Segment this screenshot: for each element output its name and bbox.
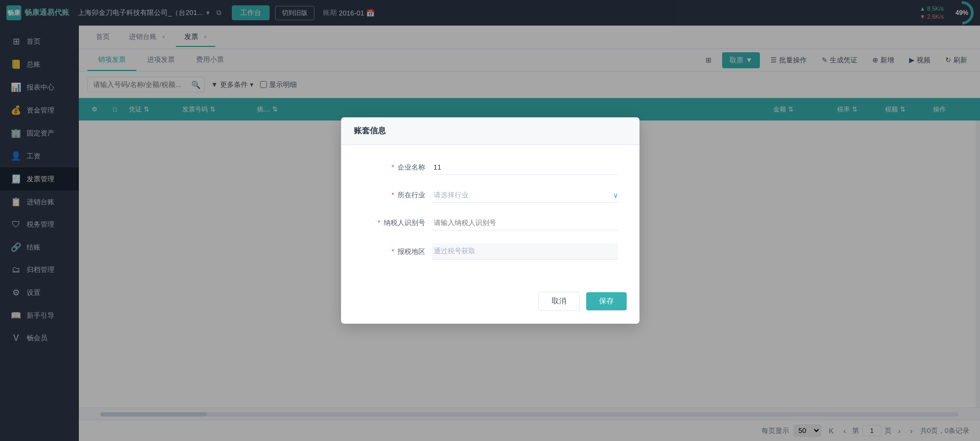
industry-select-wrap: 请选择行业 ∨ [432,188,618,203]
industry-label: * 所在行业 [362,190,432,200]
company-name-row: * 企业名称 [362,160,618,175]
tax-id-input[interactable] [432,215,618,230]
company-name-required: * [392,163,394,171]
tax-region-display: 通过税号获取 [432,243,618,260]
tax-id-label: * 纳税人识别号 [362,218,432,228]
dialog-body: * 企业名称 * 所在行业 请选择行业 ∨ [341,145,639,283]
dialog-footer: 取消 保存 [341,283,639,324]
company-name-label: * 企业名称 [362,163,432,172]
tax-id-row: * 纳税人识别号 [362,215,618,230]
industry-required: * [392,191,394,199]
account-info-dialog: 账套信息 * 企业名称 * 所在行业 请选择行业 [341,117,639,324]
tax-region-label: * 报税地区 [362,247,432,256]
company-name-input[interactable] [432,160,618,175]
cancel-button[interactable]: 取消 [538,292,580,311]
industry-select[interactable]: 请选择行业 [432,188,613,202]
tax-id-required: * [378,219,380,227]
industry-dropdown-arrow: ∨ [613,191,618,199]
industry-row: * 所在行业 请选择行业 ∨ [362,188,618,203]
tax-region-required: * [392,247,394,255]
dialog-title: 账套信息 [341,117,639,145]
tax-region-row: * 报税地区 通过税号获取 [362,243,618,260]
save-button[interactable]: 保存 [586,292,627,310]
modal-overlay: 账套信息 * 企业名称 * 所在行业 请选择行业 [0,0,980,441]
